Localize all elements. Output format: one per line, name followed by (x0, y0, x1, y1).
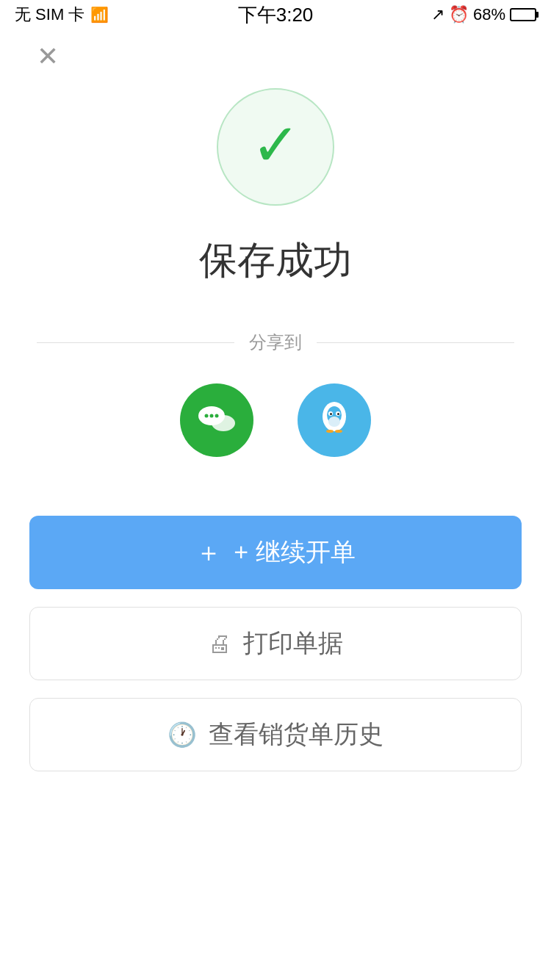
history-label: 查看销货单历史 (209, 718, 383, 752)
svg-point-4 (215, 414, 219, 418)
print-button[interactable]: 🖨 打印单据 (29, 607, 522, 680)
qq-share-button[interactable] (298, 383, 371, 457)
print-label: 打印单据 (243, 627, 343, 660)
svg-point-11 (330, 413, 332, 415)
status-bar: 无 SIM 卡 📶 下午3:20 ↗ ⏰ 68% (0, 0, 551, 29)
action-buttons: ＋ + 继续开单 🖨 打印单据 🕐 查看销货单历史 (29, 516, 522, 771)
qq-icon (315, 399, 353, 442)
svg-point-1 (212, 415, 235, 431)
checkmark-icon: ✓ (251, 116, 300, 175)
share-icons-row (180, 383, 371, 457)
close-button[interactable]: ✕ (29, 38, 66, 75)
alarm-icon: ⏰ (449, 5, 469, 24)
plus-icon: ＋ (195, 535, 222, 571)
status-time: 下午3:20 (238, 2, 314, 28)
status-left: 无 SIM 卡 📶 (15, 4, 109, 26)
divider-left (37, 342, 234, 343)
share-divider-row: 分享到 (37, 331, 514, 354)
status-right: ↗ ⏰ 68% (431, 5, 536, 24)
wechat-icon (195, 403, 238, 438)
svg-point-2 (205, 414, 209, 418)
share-label: 分享到 (249, 331, 302, 354)
wechat-share-button[interactable] (180, 383, 253, 457)
printer-icon: 🖨 (208, 630, 231, 657)
svg-point-3 (210, 414, 214, 418)
main-content: ✓ 保存成功 分享到 (0, 29, 551, 771)
battery-percent: 68% (473, 5, 505, 24)
divider-right (317, 342, 514, 343)
history-icon: 🕐 (168, 721, 197, 749)
location-icon: ↗ (431, 5, 444, 24)
wifi-icon: 📶 (90, 6, 109, 24)
battery-icon (510, 8, 536, 21)
success-title: 保存成功 (199, 235, 352, 287)
success-circle: ✓ (217, 88, 334, 206)
svg-point-14 (326, 430, 334, 433)
history-button[interactable]: 🕐 查看销货单历史 (29, 698, 522, 771)
svg-point-16 (328, 417, 340, 427)
svg-point-15 (335, 430, 342, 433)
svg-point-12 (337, 413, 339, 415)
continue-button[interactable]: ＋ + 继续开单 (29, 516, 522, 589)
continue-label: + 继续开单 (234, 536, 355, 569)
no-sim-label: 无 SIM 卡 (15, 4, 84, 26)
close-icon: ✕ (37, 43, 59, 70)
